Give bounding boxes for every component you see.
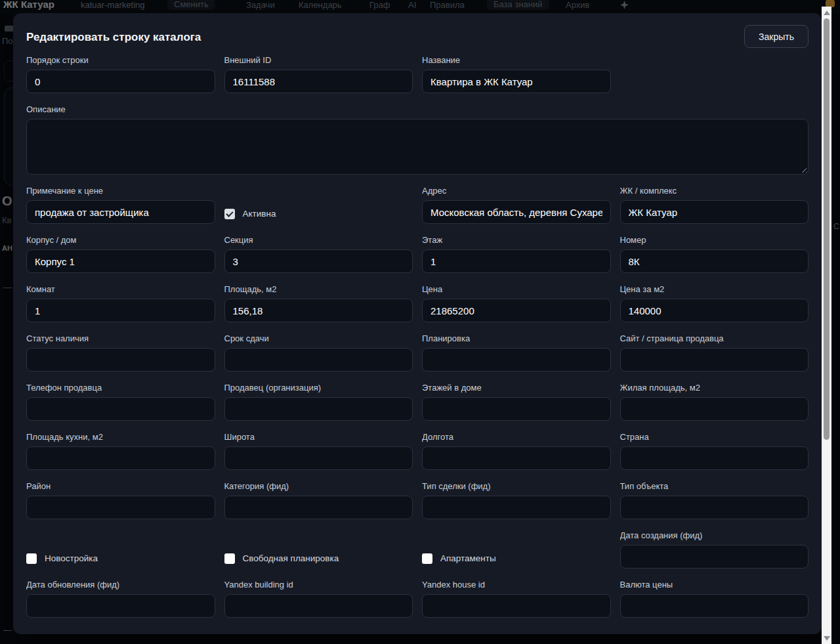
feed-updated-label: Дата обновления (фид) (26, 580, 215, 590)
area-label: Площадь, м2 (224, 284, 413, 294)
complex-label: ЖК / комплекс (620, 186, 809, 196)
description-label: Описание (26, 104, 808, 114)
feed-deal-type-field: Тип сделки (фид) (422, 481, 611, 519)
active-checkbox-label: Активна (243, 209, 276, 219)
number-input[interactable] (620, 249, 809, 273)
object-type-label: Тип объекта (620, 481, 809, 491)
country-field: Страна (620, 432, 809, 470)
floors-total-input[interactable] (422, 397, 611, 421)
description-textarea[interactable] (26, 119, 808, 175)
yandex-building-id-label: Yandex building id (224, 580, 413, 590)
currency-field: Валюта цены (620, 580, 809, 618)
layout-label: Планировка (422, 333, 611, 343)
seller-org-field: Продавец (организация) (224, 383, 413, 421)
scrollbar-thumb[interactable] (824, 18, 830, 440)
feed-deal-type-label: Тип сделки (фид) (422, 481, 611, 491)
kitchen-area-input[interactable] (26, 446, 215, 470)
living-area-field: Жилая площадь, м2 (620, 383, 809, 421)
feed-updated-field: Дата обновления (фид) (26, 580, 215, 618)
free-layout-checkbox-label: Свободная планировка (243, 553, 339, 563)
seller-org-input[interactable] (224, 397, 413, 421)
floor-label: Этаж (422, 235, 611, 245)
feed-category-input[interactable] (224, 496, 413, 519)
yandex-house-id-input[interactable] (422, 594, 611, 618)
delivery-term-input[interactable] (224, 348, 413, 372)
building-input[interactable] (26, 249, 215, 273)
name-field: Название (422, 55, 611, 93)
longitude-label: Долгота (422, 432, 611, 442)
number-label: Номер (620, 235, 809, 245)
free-layout-checkbox[interactable] (224, 553, 235, 564)
availability-status-label: Статус наличия (26, 333, 215, 343)
currency-input[interactable] (620, 594, 809, 618)
currency-label: Валюта цены (620, 580, 809, 590)
edit-catalog-row-dialog: Редактировать строку каталога Закрыть По… (13, 13, 822, 634)
apartments-checkbox-cell: Апартаменты (422, 530, 611, 569)
object-type-input[interactable] (620, 496, 809, 519)
price-per-m2-input[interactable] (620, 299, 809, 322)
kitchen-area-label: Площадь кухни, м2 (26, 432, 215, 442)
layout-field: Планировка (422, 333, 611, 372)
price-field: Цена (422, 284, 611, 322)
latitude-input[interactable] (224, 446, 413, 470)
close-button[interactable]: Закрыть (744, 25, 808, 48)
feed-created-field: Дата создания (фид) (620, 530, 809, 569)
district-input[interactable] (26, 496, 215, 519)
newbuild-checkbox[interactable] (26, 553, 37, 564)
seller-site-field: Сайт / страница продавца (620, 333, 809, 372)
yandex-building-id-input[interactable] (224, 594, 413, 618)
scroll-down-arrow-icon[interactable] (824, 636, 830, 641)
availability-status-field: Статус наличия (26, 333, 215, 372)
external-id-field: Внешний ID (224, 55, 413, 93)
active-checkbox-cell: Активна (224, 186, 413, 224)
seller-site-input[interactable] (620, 348, 809, 372)
dialog-header: Редактировать строку каталога Закрыть (26, 22, 808, 55)
active-checkbox[interactable] (224, 209, 235, 219)
seller-phone-label: Телефон продавца (26, 383, 215, 393)
complex-input[interactable] (620, 200, 809, 224)
latitude-field: Широта (224, 432, 413, 470)
row-order-label: Порядок строки (26, 55, 215, 65)
area-input[interactable] (224, 299, 413, 322)
living-area-input[interactable] (620, 397, 809, 421)
feed-category-field: Категория (фид) (224, 481, 413, 519)
feed-updated-input[interactable] (26, 594, 215, 618)
catalog-row-form: Порядок строки Внешний ID Название Описа… (26, 55, 808, 618)
apartments-checkbox[interactable] (422, 553, 432, 564)
feed-created-label: Дата создания (фид) (620, 530, 809, 540)
floor-field: Этаж (422, 235, 611, 273)
scroll-up-arrow-icon[interactable] (824, 11, 830, 15)
feed-created-input[interactable] (620, 545, 809, 569)
external-id-input[interactable] (224, 70, 413, 93)
country-label: Страна (620, 432, 809, 442)
feed-deal-type-input[interactable] (422, 496, 611, 519)
newbuild-checkbox-cell: Новостройка (26, 530, 215, 569)
yandex-house-id-field: Yandex house id (422, 580, 611, 618)
row-order-input[interactable] (26, 70, 215, 93)
rooms-field: Комнат (26, 284, 215, 322)
empty-cell (620, 55, 809, 93)
longitude-input[interactable] (422, 446, 611, 470)
address-input[interactable] (422, 200, 611, 224)
floors-total-field: Этажей в доме (422, 383, 611, 421)
country-input[interactable] (620, 446, 809, 470)
price-note-field: Примечание к цене (26, 186, 215, 224)
price-note-input[interactable] (26, 200, 215, 224)
section-input[interactable] (224, 249, 413, 273)
complex-field: ЖК / комплекс (620, 186, 809, 224)
layout-input[interactable] (422, 348, 611, 372)
name-input[interactable] (422, 70, 611, 93)
seller-phone-input[interactable] (26, 397, 215, 421)
floor-input[interactable] (422, 249, 611, 273)
building-field: Корпус / дом (26, 235, 215, 273)
row-order-field: Порядок строки (26, 55, 215, 93)
rooms-input[interactable] (26, 299, 215, 322)
longitude-field: Долгота (422, 432, 611, 470)
availability-status-input[interactable] (26, 348, 215, 372)
price-label: Цена (422, 284, 611, 294)
price-input[interactable] (422, 299, 611, 322)
seller-org-label: Продавец (организация) (224, 383, 413, 393)
building-label: Корпус / дом (26, 235, 215, 245)
vertical-scrollbar[interactable] (822, 7, 831, 644)
district-label: Район (26, 481, 215, 491)
